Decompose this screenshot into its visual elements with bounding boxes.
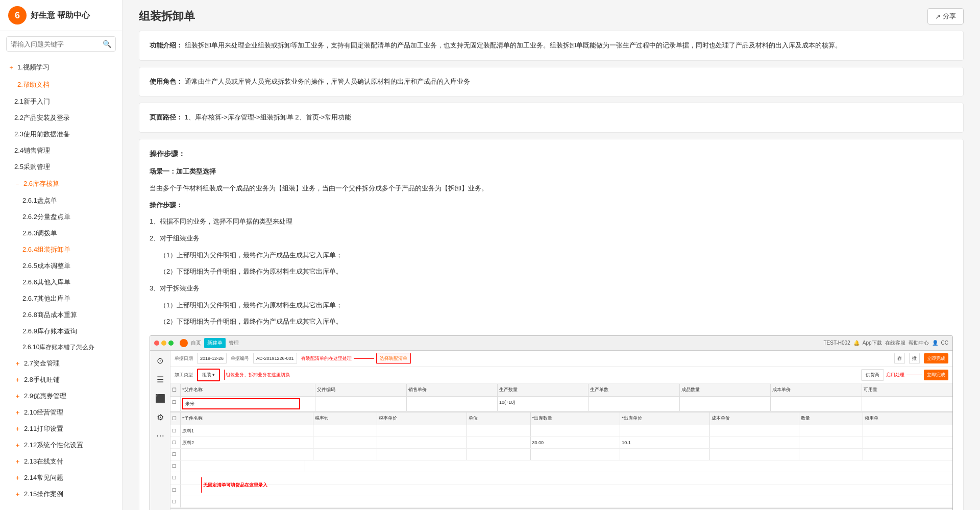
sidebar-item-pay[interactable]: ＋ 2.13在线支付 (0, 453, 122, 470)
sidebar-item-2-6-6[interactable]: 2.6.6其他入库单 (0, 274, 122, 290)
parent-name-input1[interactable]: 米米 (182, 398, 300, 409)
intro-text: 功能介绍： 组装拆卸单用来处理企业组装或拆卸等加工业务，支持有固定装配清单的产品… (150, 41, 842, 49)
prod-units-cell1[interactable] (589, 397, 679, 411)
lrow3-c6 (620, 449, 710, 460)
topbar-icon2: App下载 (863, 338, 882, 348)
lrow2-costp[interactable] (710, 437, 800, 448)
lrow4-check[interactable]: ☐ (170, 460, 181, 472)
app-logo-icon (180, 339, 188, 347)
search-icon[interactable]: 🔍 (103, 40, 111, 48)
share-label: 分享 (943, 12, 956, 21)
share-button[interactable]: ↗ 分享 (927, 8, 964, 25)
cost-price-cell1[interactable] (771, 397, 862, 411)
sidebar-item-faq[interactable]: ＋ 2.14常见问题 (0, 470, 122, 486)
col-avail: 可用量 (862, 384, 952, 396)
row-check1[interactable]: ☐ (170, 397, 181, 411)
lrow1-tax[interactable] (313, 425, 377, 436)
sidebar-item-data[interactable]: 2.3使用前数据准备 (0, 126, 122, 142)
sale-price-cell1[interactable] (407, 397, 498, 411)
lrow3-check[interactable]: ☐ (170, 449, 181, 460)
lrow1-unit[interactable] (467, 425, 531, 436)
lrow1-outqty[interactable] (531, 425, 621, 436)
lrow1-check[interactable]: ☐ (170, 425, 181, 436)
sidebar-item-label: 2.14常见问题 (24, 473, 63, 482)
sidebar-item-video[interactable]: ＋ 1.视频学习 (0, 59, 122, 76)
supplier-field[interactable]: 供货商 (861, 369, 884, 380)
toolbar-icon1[interactable]: 存 (894, 353, 905, 364)
lrow2-outunit[interactable]: 10.1 (620, 437, 710, 448)
lrow3-c8 (799, 449, 863, 460)
parent-code-cell1[interactable] (315, 397, 406, 411)
lrow2-taxprice[interactable] (377, 437, 467, 448)
lrow1-costp[interactable] (710, 425, 800, 436)
sidebar-item-custom[interactable]: ＋ 2.12系统个性化设置 (0, 437, 122, 453)
lrow2-tax[interactable] (313, 437, 377, 448)
step1: 1、根据不同的业务，选择不同单据的类型来处理 (150, 215, 953, 228)
lrow2-qty[interactable] (799, 437, 863, 448)
select-bom-btn[interactable]: 选择装配清单 (376, 353, 411, 364)
sidebar-item-sales[interactable]: 2.4销售管理 (0, 142, 122, 159)
ops-steps-title: 操作步骤： (150, 201, 183, 209)
ops-title: 操作步骤： (150, 148, 953, 160)
lrow7-check[interactable]: ☐ (170, 496, 181, 507)
sidebar-item-2-6-9[interactable]: 2.6.9库存账本查询 (0, 323, 122, 339)
toolbar-icon2[interactable]: 撤 (909, 353, 920, 364)
manage-tab[interactable]: 管理 (229, 338, 239, 348)
sidebar-item-2-6-7[interactable]: 2.6.7其他出库单 (0, 290, 122, 307)
sidebar-item-2-6-1[interactable]: 2.6.1盘点单 (0, 192, 122, 209)
lrow6-check[interactable]: ☐ (170, 484, 181, 496)
lower-table: ☐ *子件名称 税率% 税率单价 单位 *出库数量 *出库单位 成本单价 数量 … (170, 412, 952, 508)
new-doc-tab[interactable]: 新建单 (204, 338, 226, 348)
lrow2-useorder[interactable] (863, 437, 952, 448)
share-icon: ↗ (935, 13, 941, 20)
sidebar-item-2-6-3[interactable]: 2.6.3调拨单 (0, 225, 122, 241)
sidebar-item-docs[interactable]: － 2.帮助文档 (0, 76, 122, 93)
intro-box: 功能介绍： 组装拆卸单用来处理企业组装或拆卸等加工业务，支持有固定装配清单的产品… (139, 31, 964, 61)
lrow3-c4 (467, 449, 531, 460)
sidebar-item-coupon[interactable]: ＋ 2.9优惠券管理 (0, 388, 122, 404)
order-field-value[interactable]: AD-20191226-001 (253, 353, 297, 364)
lrow4-name[interactable] (181, 460, 305, 472)
lrow2-outqty[interactable]: 30.00 (531, 437, 621, 448)
sidebar-item-install[interactable]: 2.2产品安装及登录 (0, 110, 122, 126)
col-cost-price: 成本单价 (771, 384, 862, 396)
lrow5-check[interactable]: ☐ (170, 472, 181, 483)
sidebar-item-2-6-10[interactable]: 2.6.10库存账本错了怎么办 (0, 339, 122, 355)
step3: 3、对于拆装业务 (150, 282, 953, 295)
sidebar-item-2-6-8[interactable]: 2.6.8商品成本重算 (0, 307, 122, 323)
lrow2-unit[interactable] (467, 437, 531, 448)
avail-cell1[interactable] (862, 397, 952, 411)
finish-qty-cell1[interactable] (680, 397, 771, 411)
type-value: 组装 (202, 371, 211, 379)
lrow1-useorder[interactable] (863, 425, 952, 436)
search-box[interactable]: 🔍 (6, 36, 116, 52)
sidebar-item-mobile[interactable]: ＋ 2.8手机旺铺 (0, 372, 122, 388)
type-select[interactable]: 组装 ▾ (197, 369, 220, 381)
annotation1-container: 有装配清单的在这里处理 选择装配清单 (301, 353, 411, 364)
date-field-value[interactable]: 2019-12-26 (197, 353, 227, 364)
sidebar-item-2-6-2[interactable]: 2.6.2分量盘点单 (0, 209, 122, 225)
prod-qty-cell1[interactable]: 10(+10) (498, 397, 589, 411)
enable-btn[interactable]: 立即完成 (924, 370, 948, 380)
sidebar-item-2-6-5[interactable]: 2.6.5成本调整单 (0, 258, 122, 274)
annotation4-vline (201, 477, 202, 493)
lrow2-check[interactable]: ☐ (170, 437, 181, 448)
lrow1-outunit[interactable] (620, 425, 710, 436)
lrow1-qty[interactable] (799, 425, 863, 436)
search-input[interactable] (11, 40, 103, 48)
sidebar-item-2-6-4[interactable]: 2.6.4组装拆卸单 (0, 241, 122, 258)
sidebar-item-cases[interactable]: ＋ 2.15操作案例 (0, 486, 122, 502)
role-content: 通常由生产人员或库管人员完成拆装业务的操作，库管人员确认原材料的出库和产成品的入… (185, 78, 470, 85)
sidebar-item-print[interactable]: ＋ 2.11打印设置 (0, 421, 122, 437)
sidebar-item-label: 2.3使用前数据准备 (14, 130, 70, 139)
sidebar-item-purchase[interactable]: 2.5采购管理 (0, 159, 122, 175)
sidebar-item-biz[interactable]: ＋ 2.10经营管理 (0, 404, 122, 421)
complete-btn[interactable]: 立即完成 (924, 353, 948, 363)
sidebar-item-finance[interactable]: ＋ 2.7资金管理 (0, 355, 122, 372)
sidebar-item-newbie[interactable]: 2.1新手入门 (0, 93, 122, 110)
sidebar-item-label: 2.6.2分量盘点单 (22, 212, 70, 222)
lrow3-name[interactable] (181, 449, 313, 460)
sidebar-item-inventory[interactable]: － 2.6库存核算 (0, 175, 122, 192)
annotation1-text: 有装配清单的在这里处理 (301, 354, 352, 362)
lrow1-taxprice[interactable] (377, 425, 467, 436)
